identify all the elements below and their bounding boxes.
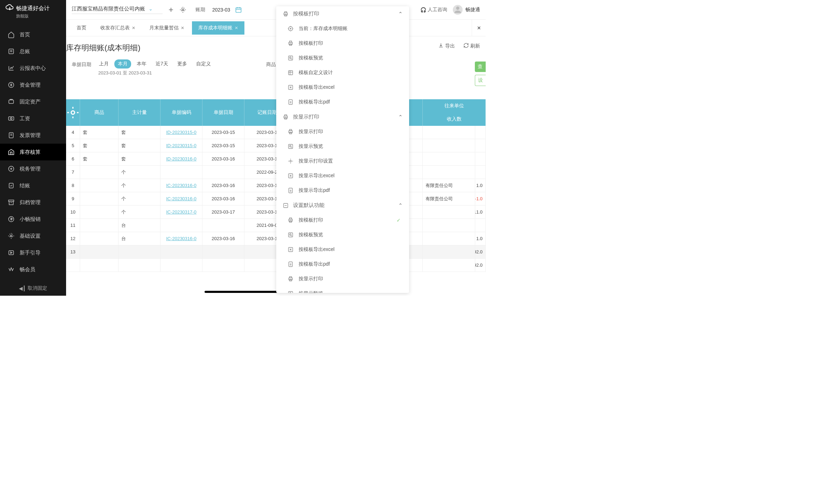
sidebar-item-salary[interactable]: 工资 xyxy=(0,110,66,127)
menu-item[interactable]: 按模板打印 ✓ xyxy=(276,213,409,228)
date-range-button[interactable]: 本年 xyxy=(133,59,150,69)
calendar-icon[interactable] xyxy=(235,6,242,13)
table-row[interactable]: 10 个 IC-20230317-0 2023-03-17 2023-03-1 … xyxy=(66,206,486,219)
settings-button[interactable]: 设 xyxy=(475,75,486,86)
menu-item[interactable]: 按模板打印 xyxy=(276,36,409,51)
cell-doc[interactable]: IC-20230317-0 xyxy=(160,206,202,219)
table: 商品 主计量 单据编码 单据日期 记账日期 往来单位 收入数 4 套 套 ID-… xyxy=(66,99,486,296)
sidebar-item-tax[interactable]: 税务管理 xyxy=(0,160,66,177)
table-row[interactable]: 11 台 2021-09-0 xyxy=(66,219,486,232)
close-all-tabs[interactable]: ✕ xyxy=(472,20,486,36)
date-filter-label: 单据日期 xyxy=(72,60,91,68)
sidebar-item-archive[interactable]: 归档管理 xyxy=(0,194,66,211)
sidebar-item-asset[interactable]: 固定资产 xyxy=(0,93,66,110)
svg-point-37 xyxy=(290,160,292,162)
menu-group-header[interactable]: 设置默认功能 ⌃ xyxy=(276,198,409,213)
pdf-icon xyxy=(287,99,294,105)
user-menu[interactable]: 畅捷通 xyxy=(453,5,480,15)
menu-item[interactable]: 按模板导出pdf xyxy=(276,257,409,272)
date-range-button[interactable]: 自定义 xyxy=(193,59,214,69)
sidebar-item-vip[interactable]: 畅会员 xyxy=(0,261,66,278)
tab[interactable]: 首页 xyxy=(70,21,93,35)
sidebar-item-ledger[interactable]: 总账 xyxy=(0,43,66,60)
cell-unit xyxy=(119,245,160,259)
cell-qty: -1.0 xyxy=(475,192,486,206)
table-row[interactable]: 7 个 2022-09-2 xyxy=(66,166,486,179)
cell-doc[interactable]: ID-20230315-0 xyxy=(160,126,202,139)
table-row[interactable]: 6 套 套 ID-20230316-0 2023-03-16 2023-03-1 xyxy=(66,152,486,166)
table-row[interactable]: 4 套 套 ID-20230315-0 2023-03-15 2023-03-1 xyxy=(66,126,486,139)
menu-item[interactable]: 模板自定义设计 xyxy=(276,65,409,80)
sidebar-item-money[interactable]: 资金管理 xyxy=(0,77,66,93)
menu-item[interactable]: 按显示导出pdf xyxy=(276,183,409,198)
col-doc: 单据编码 xyxy=(160,99,202,126)
menu-item[interactable]: 按显示打印设置 xyxy=(276,154,409,168)
settings-icon xyxy=(8,232,15,239)
close-icon[interactable]: ✕ xyxy=(181,26,184,30)
cell-doc[interactable]: IC-20230316-0 xyxy=(160,192,202,206)
cell-doc[interactable]: ID-20230315-0 xyxy=(160,139,202,152)
gear-column-header[interactable] xyxy=(66,99,80,126)
cell-doc[interactable]: ID-20230316-0 xyxy=(160,152,202,166)
query-button[interactable]: 查 xyxy=(475,62,486,72)
date-range-button[interactable]: 本月 xyxy=(114,59,131,69)
menu-item[interactable]: 按显示预览 xyxy=(276,286,409,293)
sidebar-item-reimburse[interactable]: 小畅报销 xyxy=(0,211,66,228)
close-icon[interactable]: ✕ xyxy=(235,26,238,30)
table-row[interactable]: 9 个 IC-20230316-0 2023-03-16 2023-03-1 有… xyxy=(66,192,486,206)
sidebar-item-close-book[interactable]: 结账 xyxy=(0,177,66,194)
sidebar-item-guide[interactable]: 新手引导 xyxy=(0,244,66,261)
sidebar-item-inventory[interactable]: 库存核算 xyxy=(0,144,66,160)
menu-group-header[interactable]: 按模板打印 ⌃ xyxy=(276,6,409,21)
menu-item[interactable]: 按模板导出excel xyxy=(276,80,409,95)
table-row[interactable]: 8 个 IC-20230316-0 2023-03-16 2023-03-1 有… xyxy=(66,179,486,192)
gear-icon[interactable] xyxy=(179,6,186,13)
tab[interactable]: 收发存汇总表✕ xyxy=(94,21,142,35)
cell-date1 xyxy=(202,245,244,259)
svg-rect-39 xyxy=(289,188,293,193)
svg-point-20 xyxy=(290,28,291,29)
menu-item-label: 按显示打印 xyxy=(299,276,323,282)
brand-edition: 旗舰版 xyxy=(16,13,60,19)
svg-point-10 xyxy=(10,235,12,237)
add-icon[interactable] xyxy=(167,6,174,13)
close-icon[interactable]: ✕ xyxy=(132,26,135,30)
tab-label: 月末批量暂估 xyxy=(149,25,179,31)
sidebar-item-settings[interactable]: 基础设置 xyxy=(0,228,66,244)
menu-item[interactable]: 按模板导出pdf xyxy=(276,95,409,109)
company-selector[interactable]: 江西服宝精品有限责任公司内账 ⌄ xyxy=(72,6,163,14)
menu-item[interactable]: 按模板预览 xyxy=(276,228,409,242)
consult-button[interactable]: 🎧 人工咨询 xyxy=(420,7,447,13)
sidebar-item-home[interactable]: 首页 xyxy=(0,26,66,43)
cell-doc[interactable]: IC-20230316-0 xyxy=(160,179,202,192)
table-row[interactable]: 5 套 套 ID-20230315-0 2023-03-15 2023-03-1 xyxy=(66,139,486,152)
menu-item[interactable]: 按模板导出excel xyxy=(276,242,409,257)
tab[interactable]: 月末批量暂估✕ xyxy=(143,21,191,35)
date-range-button[interactable]: 上月 xyxy=(95,59,112,69)
menu-item[interactable]: 按显示打印 xyxy=(276,124,409,139)
table-row[interactable]: 13 192.0 xyxy=(66,245,486,259)
tab[interactable]: 库存成本明细账✕ xyxy=(192,21,244,35)
sidebar-unpin[interactable]: ◀┃ 取消固定 xyxy=(0,285,66,291)
menu-item[interactable]: 按显示打印 xyxy=(276,272,409,286)
menu-item-label: 按模板预览 xyxy=(299,55,323,61)
cell-doc xyxy=(160,166,202,179)
cell-qty xyxy=(475,152,486,166)
table-row[interactable]: 12 台 IC-20230316-0 2023-03-16 2023-03-1 … xyxy=(66,232,486,245)
sidebar-item-chart[interactable]: 云报表中心 xyxy=(0,60,66,77)
menu-item[interactable]: 按显示导出excel xyxy=(276,168,409,183)
export-button[interactable]: 导出 xyxy=(438,43,455,49)
menu-group-header[interactable]: 按显示打印 ⌃ xyxy=(276,109,409,124)
cell-doc[interactable]: IC-20230316-0 xyxy=(160,232,202,245)
menu-item-label: 按显示打印设置 xyxy=(299,158,333,164)
refresh-button[interactable]: 刷新 xyxy=(463,43,480,49)
menu-item[interactable]: 按模板预览 xyxy=(276,51,409,65)
svg-rect-11 xyxy=(9,251,13,255)
menu-item[interactable]: 按显示预览 xyxy=(276,139,409,154)
table-row[interactable]: 192.0 xyxy=(66,259,486,272)
svg-point-12 xyxy=(182,9,184,10)
date-range-button[interactable]: 近7天 xyxy=(152,59,172,69)
excel-icon xyxy=(287,173,294,179)
date-range-button[interactable]: 更多 xyxy=(174,59,191,69)
sidebar-item-invoice[interactable]: 发票管理 xyxy=(0,127,66,144)
